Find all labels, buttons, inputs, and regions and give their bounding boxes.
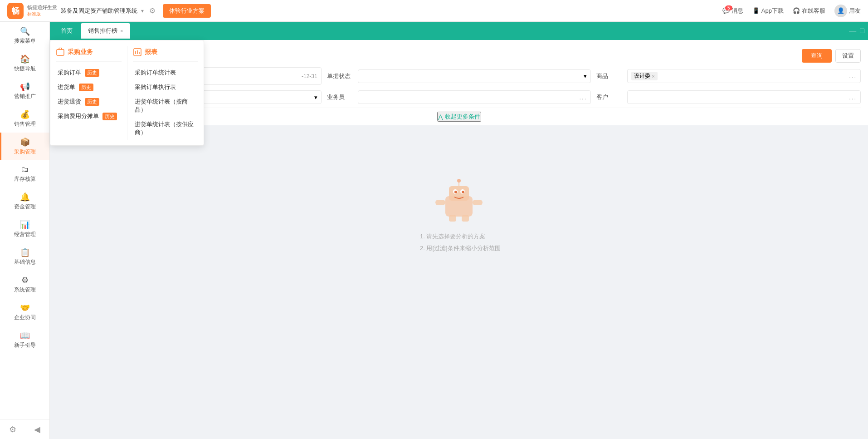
goods-tag: 设计委 ×: [631, 72, 657, 80]
sidebar-item-operation[interactable]: 📊 经营管理: [0, 215, 49, 243]
dropdown-heading-report: 报表: [133, 46, 199, 62]
message-btn[interactable]: 💬 5 消息: [722, 7, 743, 15]
empty-state: 请先选择要分析的方案 用[过滤]条件来缩小分析范围: [50, 125, 868, 307]
sidebar-item-guide[interactable]: 📖 新手引导: [0, 326, 49, 354]
chevron-down-icon[interactable]: ▾: [141, 8, 144, 14]
guide-icon: 📖: [20, 330, 30, 340]
rank-chevron-icon: ▾: [314, 94, 317, 101]
dropdown-col-report: 报表 采购订单统计表 采购订单执行表 进货单统计表（按商品） 进货单统计表（按供…: [127, 46, 204, 140]
sidebar-item-basic[interactable]: 📋 基础信息: [0, 243, 49, 271]
customer-filter: 客户 ...: [596, 90, 861, 104]
goods-filter: 商品 设计委 × ...: [596, 67, 861, 85]
history-badge: 历史: [102, 113, 117, 120]
setup-btn[interactable]: 设置: [835, 49, 861, 63]
topbar-right: 💬 5 消息 📱 App下载 🎧 在线客服 👤 用友: [722, 5, 861, 17]
headset-icon: 🎧: [793, 7, 800, 14]
history-badge: 历史: [85, 98, 99, 106]
online-service-btn[interactable]: 🎧 在线客服: [793, 7, 825, 15]
sidebar-item-purchase[interactable]: 📦 采购管理: [0, 133, 49, 160]
tab-sales-rank[interactable]: 销售排行榜 ×: [81, 23, 130, 39]
goods-dots[interactable]: ...: [849, 73, 857, 79]
avatar: 👤: [834, 5, 847, 17]
corp-icon: 🤝: [20, 303, 30, 313]
query-actions: 查询 设置: [802, 49, 861, 63]
settings-bottom-icon[interactable]: ⚙: [9, 424, 16, 434]
date-range-display: -12-31: [302, 73, 317, 79]
salesman-label: 业务员: [327, 93, 354, 101]
sidebar-item-quick[interactable]: 🏠 快捷导航: [0, 49, 49, 77]
sidebar-item-inventory[interactable]: 🗂 库存核算: [0, 160, 49, 187]
sidebar-item-finance[interactable]: 🔔 资金管理: [0, 187, 49, 215]
dropdown-item-purchase-expense[interactable]: 采购费用分摊单 历史: [56, 109, 122, 123]
sidebar: 🔍 搜索菜单 🏠 快捷导航 📢 营销推广 💰 销售管理 📦 采购管理 🗂 库存核…: [0, 22, 50, 439]
svg-rect-9: [462, 215, 469, 222]
tabbar: 首页 销售排行榜 × — □: [50, 22, 868, 40]
tab-close-icon[interactable]: ×: [120, 28, 123, 34]
dropdown-item-receipt-stats-goods[interactable]: 进货单统计表（按商品）: [133, 94, 199, 117]
collapse-icon: ⋀: [438, 113, 443, 120]
sidebar-bottom: ⚙ ◀: [0, 419, 49, 439]
purchase-icon: 📦: [20, 137, 30, 147]
sidebar-item-marketing[interactable]: 📢 营销推广: [0, 77, 49, 105]
dropdown-item-purchase-order-stats[interactable]: 采购订单统计表: [133, 65, 199, 80]
finance-icon: 🔔: [20, 192, 30, 202]
purchase-heading-icon: [56, 48, 65, 57]
salesman-value[interactable]: ...: [358, 90, 591, 104]
dropdown-item-purchase-return[interactable]: 进货退货 历史: [56, 94, 122, 109]
salesman-filter: 业务员 ...: [327, 90, 591, 104]
customer-dots[interactable]: ...: [849, 94, 857, 101]
doc-status-chevron-icon: ▾: [584, 73, 587, 79]
dropdown-item-purchase-order[interactable]: 采购订单 历史: [56, 65, 122, 80]
report-heading-icon: [133, 48, 142, 57]
hint-2: 用[过滤]条件来缩小分析范围: [426, 242, 500, 254]
svg-rect-7: [473, 200, 483, 205]
logo-badge: 标准版: [27, 11, 57, 17]
svg-rect-6: [435, 200, 445, 205]
marketing-icon: 📢: [20, 82, 30, 92]
user-btn[interactable]: 👤 用友: [834, 5, 861, 17]
empty-hints: 请先选择要分析的方案 用[过滤]条件来缩小分析范围: [417, 231, 500, 254]
search-icon: 🔍: [20, 26, 30, 36]
sidebar-item-sales[interactable]: 💰 销售管理: [0, 105, 49, 133]
message-icon: 💬 5: [722, 7, 730, 14]
goods-value[interactable]: 设计委 × ...: [627, 69, 861, 83]
app-download-btn[interactable]: 📱 App下载: [752, 7, 784, 15]
collapse-btn[interactable]: ⋀ 收起更多条件: [437, 112, 481, 122]
sidebar-item-corp[interactable]: 🤝 企业协同: [0, 298, 49, 326]
dropdown-item-purchase-order-exec[interactable]: 采购订单执行表: [133, 80, 199, 94]
gear-icon[interactable]: ⚙: [149, 6, 156, 15]
dropdown-item-receipt-stats-supplier[interactable]: 进货单统计表（按供应商）: [133, 117, 199, 140]
doc-status-label: 单据状态: [327, 72, 354, 80]
salesman-dots[interactable]: ...: [579, 94, 587, 101]
tab-home[interactable]: 首页: [54, 23, 80, 39]
history-badge: 历史: [85, 69, 99, 77]
svg-rect-12: [57, 49, 64, 55]
svg-rect-8: [449, 215, 456, 222]
industry-btn[interactable]: 体验行业方案: [163, 4, 211, 18]
dropdown-item-purchase-receipt[interactable]: 进货单 历史: [56, 80, 122, 94]
dropdown-heading-purchase: 采购业务: [56, 46, 122, 62]
basic-icon: 📋: [20, 247, 30, 257]
collapse-sidebar-icon[interactable]: ◀: [34, 424, 40, 434]
logo-text: 畅捷通好生意: [27, 4, 57, 11]
sidebar-item-search[interactable]: 🔍 搜索菜单: [0, 22, 49, 49]
tab-maximize-icon[interactable]: □: [860, 27, 864, 35]
dropdown-col-purchase: 采购业务 采购订单 历史 进货单 历史 进货退货 历史 采购费用分摊单 历史: [50, 46, 127, 140]
sidebar-item-system[interactable]: ⚙ 系统管理: [0, 271, 49, 298]
query-btn[interactable]: 查询: [802, 49, 832, 63]
svg-point-11: [457, 179, 461, 183]
system-title-area: 装备及固定资产辅助管理系统 ▾ ⚙ 体验行业方案: [61, 4, 722, 18]
phone-icon: 📱: [752, 7, 760, 14]
topbar: 畅 畅捷通好生意 标准版 装备及固定资产辅助管理系统 ▾ ⚙ 体验行业方案 💬 …: [0, 0, 868, 22]
logo-area: 畅 畅捷通好生意 标准版: [7, 3, 57, 19]
purchase-dropdown-menu: 采购业务 采购订单 历史 进货单 历史 进货退货 历史 采购费用分摊单 历史 报…: [50, 40, 204, 146]
goods-tag-close-icon[interactable]: ×: [652, 74, 654, 79]
doc-status-value[interactable]: ▾: [358, 69, 591, 83]
goods-label: 商品: [596, 72, 624, 80]
history-badge: 历史: [79, 84, 93, 91]
tab-minimize-icon[interactable]: —: [849, 27, 856, 35]
svg-point-4: [454, 191, 457, 193]
customer-value[interactable]: ...: [627, 90, 861, 104]
operation-icon: 📊: [20, 220, 30, 230]
home-icon: 🏠: [20, 54, 30, 64]
